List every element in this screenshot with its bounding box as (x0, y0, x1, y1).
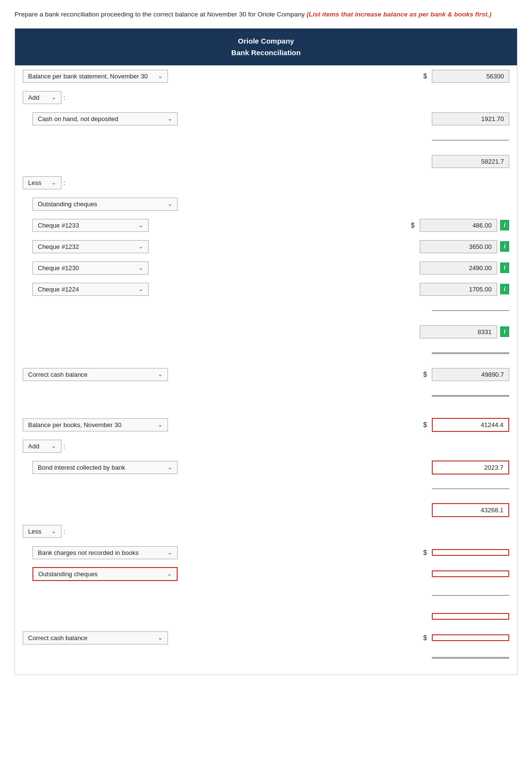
bank-less-arrow: ⌄ (51, 179, 56, 186)
books-less-total-value (432, 613, 509, 620)
books-outstanding-cheques-value[interactable] (432, 570, 509, 577)
cheque-1224-value[interactable]: 1705.00 (420, 283, 497, 296)
cash-on-hand-right: 1921.70 (236, 112, 509, 125)
books-balance-dropdown[interactable]: Balance per books, November 30 ⌄ (23, 418, 168, 431)
cheque-1233-arrow: ⌄ (138, 222, 143, 229)
cheque-1233-left: Cheque #1233 ⌄ (32, 219, 236, 232)
cheque-1230-value[interactable]: 2490.00 (420, 261, 497, 275)
cheque-1233-dollar: $ (411, 221, 415, 229)
bond-interest-dropdown[interactable]: Bond interest collected by bank ⌄ (32, 461, 178, 474)
bank-correct-balance-right: $ 49890.7 (226, 368, 509, 381)
books-underline (432, 489, 509, 489)
books-subtotal-row: 43268.1 (15, 499, 517, 521)
cheque-1230-info[interactable]: i (500, 262, 509, 273)
company-name: Oriole Company (20, 35, 512, 47)
bank-correct-balance-value: 49890.7 (432, 368, 509, 381)
cheque-1233-dropdown[interactable]: Cheque #1233 ⌄ (32, 219, 149, 232)
bank-double-underline (432, 353, 509, 354)
books-less-total-right (226, 613, 509, 620)
books-less-row: Less ⌄ : (15, 521, 517, 542)
books-balance-row: Balance per books, November 30 ⌄ $ 41244… (15, 414, 517, 435)
bank-correct-balance-arrow: ⌄ (158, 371, 163, 378)
cheque-1224-info[interactable]: i (500, 284, 509, 294)
intro-text: Prepare a bank reconciliation proceeding… (15, 10, 517, 19)
cheque-1224-right: 1705.00 i (236, 283, 509, 296)
bank-balance-value[interactable]: 56300 (432, 70, 509, 83)
cheque-1224-dropdown[interactable]: Cheque #1224 ⌄ (32, 283, 149, 296)
cheques-total-info[interactable]: i (500, 326, 509, 337)
books-final-underline-row (15, 648, 517, 670)
books-balance-value[interactable]: 41244.4 (432, 418, 509, 432)
cheque-1232-info[interactable]: i (500, 241, 509, 252)
outstanding-cheques-label-row: Outstanding cheques ⌄ (15, 193, 517, 215)
books-balance-right: $ 41244.4 (226, 418, 509, 432)
bank-balance-row: Balance per bank statement, November 30 … (15, 65, 517, 87)
books-balance-left: Balance per books, November 30 ⌄ (23, 418, 226, 431)
cash-on-hand-arrow: ⌄ (167, 115, 172, 122)
bond-interest-row: Bond interest collected by bank ⌄ 2023.7 (15, 457, 517, 478)
cheque-1232-dropdown[interactable]: Cheque #1232 ⌄ (32, 240, 149, 253)
books-outstanding-cheques-left: Outstanding cheques ⌄ (32, 567, 236, 581)
cheque-1232-value[interactable]: 3650.00 (420, 240, 497, 253)
cheque-1232-right: 3650.00 i (236, 240, 509, 253)
table-title: Bank Reconciliation (20, 47, 512, 59)
bank-correct-balance-left: Correct cash balance ⌄ (23, 368, 226, 381)
cheque-1232-left: Cheque #1232 ⌄ (32, 240, 236, 253)
bank-balance-dollar: $ (423, 72, 427, 80)
bank-charges-value[interactable] (432, 549, 509, 556)
books-outstanding-cheques-dropdown[interactable]: Outstanding cheques ⌄ (32, 567, 178, 581)
cheque-1233-info[interactable]: i (500, 220, 509, 230)
bank-final-underline (432, 395, 509, 397)
books-correct-balance-dropdown[interactable]: Correct cash balance ⌄ (23, 631, 168, 644)
bond-interest-right: 2023.7 (236, 460, 509, 475)
bank-charges-dropdown[interactable]: Bank charges not recorded in books ⌄ (32, 546, 178, 559)
cheque-1230-dropdown[interactable]: Cheque #1230 ⌄ (32, 261, 149, 275)
cash-on-hand-dropdown[interactable]: Cash on hand, not deposited ⌄ (32, 112, 178, 125)
bank-less-dropdown[interactable]: Less ⌄ (23, 176, 61, 189)
outstanding-cheques-left: Outstanding cheques ⌄ (32, 198, 236, 211)
cheque-1224-row: Cheque #1224 ⌄ 1705.00 i (15, 278, 517, 300)
table-header: Oriole Company Bank Reconciliation (15, 29, 517, 65)
section-spacer (15, 406, 517, 414)
cheques-underline (432, 310, 509, 311)
books-add-dropdown[interactable]: Add ⌄ (23, 440, 61, 453)
books-correct-balance-value[interactable] (432, 634, 509, 641)
books-correct-balance-left: Correct cash balance ⌄ (23, 631, 226, 644)
cheques-total-right: 8331 i (226, 325, 509, 338)
cheque-1233-value[interactable]: 486.00 (420, 219, 497, 232)
bank-subtotal-row: 58221.7 (15, 151, 517, 172)
reconciliation-table: Oriole Company Bank Reconciliation Balan… (15, 28, 517, 675)
books-correct-balance-row: Correct cash balance ⌄ $ (15, 627, 517, 648)
bank-add-dropdown[interactable]: Add ⌄ (23, 91, 61, 104)
cheques-total-row: 8331 i (15, 321, 517, 342)
bank-underline (432, 140, 509, 140)
bank-less-left: Less ⌄ : (23, 176, 226, 189)
cheques-total-value: 8331 (420, 325, 497, 338)
books-outstanding-cheques-row: Outstanding cheques ⌄ (15, 563, 517, 584)
bank-less-row: Less ⌄ : (15, 172, 517, 193)
books-add-row: Add ⌄ : (15, 435, 517, 457)
bank-correct-balance-dropdown[interactable]: Correct cash balance ⌄ (23, 368, 168, 381)
books-less-underline (432, 595, 509, 596)
bank-subtotal-right: 58221.7 (226, 155, 509, 168)
bank-add-row: Add ⌄ : (15, 87, 517, 108)
bank-charges-right: $ (236, 549, 509, 556)
bank-balance-dropdown[interactable]: Balance per bank statement, November 30 … (23, 70, 168, 83)
bank-final-underline-row (15, 385, 517, 406)
books-less-left: Less ⌄ : (23, 525, 226, 538)
bank-double-underline-row (15, 342, 517, 364)
cheque-1230-row: Cheque #1230 ⌄ 2490.00 i (15, 257, 517, 278)
bank-correct-balance-row: Correct cash balance ⌄ $ 49890.7 (15, 364, 517, 385)
bank-balance-arrow: ⌄ (158, 73, 163, 79)
cash-on-hand-value[interactable]: 1921.70 (432, 112, 509, 125)
books-underline-row (15, 478, 517, 499)
outstanding-cheques-dropdown[interactable]: Outstanding cheques ⌄ (32, 198, 178, 211)
cheque-1232-arrow: ⌄ (138, 243, 143, 250)
books-subtotal-right: 43268.1 (226, 503, 509, 517)
books-less-dropdown[interactable]: Less ⌄ (23, 525, 61, 538)
bank-charges-arrow: ⌄ (167, 549, 172, 556)
bank-underline-row (15, 129, 517, 151)
bond-interest-value[interactable]: 2023.7 (432, 460, 509, 475)
cheque-1233-row: Cheque #1233 ⌄ $ 486.00 i (15, 215, 517, 236)
bank-charges-row: Bank charges not recorded in books ⌄ $ (15, 542, 517, 563)
